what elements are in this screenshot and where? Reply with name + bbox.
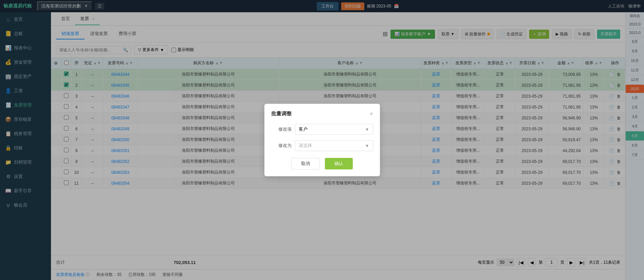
batch-adjust-modal: 批量调整 × 修改项 客户 ▼ 修改为 请选择 ▼ 取消 确认 xyxy=(264,104,380,176)
modal-header: 批量调整 × xyxy=(271,111,373,117)
modal-cancel-btn[interactable]: 取消 xyxy=(291,158,320,169)
modal-value-placeholder: 请选择 xyxy=(299,143,312,149)
modal-field-arrow: ▼ xyxy=(365,127,369,132)
modal-field-row: 修改项 客户 ▼ xyxy=(271,124,373,135)
modal-field-select[interactable]: 客户 ▼ xyxy=(295,124,373,135)
modal-value-select[interactable]: 请选择 ▼ xyxy=(295,140,373,151)
modal-close-btn[interactable]: × xyxy=(370,111,373,117)
modal-field-value: 客户 xyxy=(299,126,308,132)
modal-confirm-btn[interactable]: 确认 xyxy=(325,158,353,169)
modal-field-label: 修改项 xyxy=(271,126,292,132)
modal-value-label: 修改为 xyxy=(271,143,292,149)
modal-title: 批量调整 xyxy=(271,111,292,117)
modal-value-arrow: ▼ xyxy=(365,143,369,148)
modal-overlay: 批量调整 × 修改项 客户 ▼ 修改为 请选择 ▼ 取消 确认 xyxy=(0,0,644,280)
modal-footer: 取消 确认 xyxy=(271,158,373,169)
modal-value-row: 修改为 请选择 ▼ xyxy=(271,140,373,151)
